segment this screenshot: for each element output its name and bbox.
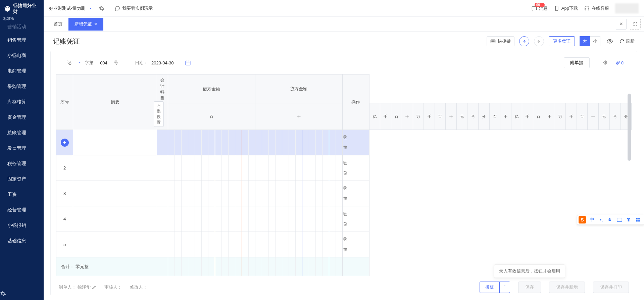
ime-toolbar[interactable]: S 中 •,	[577, 215, 644, 225]
credit-cell[interactable]	[255, 155, 342, 181]
size-small[interactable]: 小	[590, 36, 600, 46]
subject-cell[interactable]	[157, 130, 168, 155]
copy-row-icon[interactable]	[343, 186, 369, 191]
save-button: 保存 录入有效信息后，按钮才会启用	[518, 282, 541, 293]
voucher-number[interactable]: 004	[97, 60, 110, 65]
nav-item-assets[interactable]: 固定资产	[0, 171, 44, 187]
messages-button[interactable]: 99 + 消息	[531, 5, 548, 11]
ime-grid-icon[interactable]	[636, 217, 642, 222]
template-button[interactable]: 模板	[480, 282, 510, 293]
table-row[interactable]: 3	[56, 181, 632, 206]
voucher-date[interactable]: 2023-04-30	[151, 60, 182, 65]
table-row[interactable]: 5	[56, 232, 632, 257]
summary-cell[interactable]	[73, 206, 157, 232]
edit-icon[interactable]	[92, 285, 96, 290]
nav-item-tax[interactable]: 税务管理	[0, 156, 44, 171]
habit-settings-button[interactable]: 习惯设置	[154, 101, 164, 127]
more-vouchers-button[interactable]: 更多凭证	[549, 36, 575, 46]
close-tab-button[interactable]: ✕	[616, 19, 627, 30]
ime-keyboard-icon[interactable]	[617, 218, 624, 222]
copy-row-icon[interactable]	[343, 135, 369, 140]
debit-cell[interactable]	[168, 181, 255, 206]
summary-cell[interactable]	[73, 232, 157, 257]
attach-button[interactable]: 附单据	[564, 57, 590, 68]
subject-cell[interactable]	[157, 232, 168, 257]
table-row[interactable]: +	[56, 130, 632, 155]
org-selector[interactable]: 好业财测试-量勿删	[49, 5, 93, 11]
nav-item-sales[interactable]: 销售管理	[0, 33, 44, 48]
chevron-down-icon[interactable]	[78, 61, 82, 65]
nav-item-0[interactable]: 营销活动	[0, 23, 44, 33]
summary-cell[interactable]	[73, 181, 157, 206]
debit-cell[interactable]	[168, 232, 255, 257]
delete-row-icon[interactable]	[343, 221, 369, 227]
nav-item-operation[interactable]: 经营管理	[0, 202, 44, 218]
voucher-type[interactable]: 记	[64, 59, 74, 67]
nav-item-reimburse[interactable]: 小畅报销	[0, 218, 44, 233]
ime-mic-icon[interactable]	[607, 217, 614, 222]
delete-row-icon[interactable]	[343, 247, 369, 252]
prev-button[interactable]	[519, 36, 529, 46]
nav-item-salary[interactable]: 工资	[0, 187, 44, 202]
attachment-link[interactable]: 0	[615, 60, 624, 65]
chevron-down-icon[interactable]	[499, 282, 510, 293]
summary-input[interactable]	[73, 130, 157, 155]
nav-item-purchase[interactable]: 采购管理	[0, 79, 44, 94]
copy-row-icon[interactable]	[343, 237, 369, 242]
delete-row-icon[interactable]	[343, 170, 369, 176]
nav-item-basic[interactable]: 基础信息	[0, 233, 44, 249]
nav-item-inventory[interactable]: 库存核算	[0, 94, 44, 110]
calendar-icon[interactable]	[185, 60, 191, 66]
copy-row-icon[interactable]	[343, 160, 369, 165]
ime-punct-icon[interactable]: •,	[598, 217, 605, 222]
subject-cell[interactable]	[157, 206, 168, 232]
refresh-button[interactable]: 刷新	[619, 38, 635, 44]
nav-item-ecommerce-xc[interactable]: 小畅电商	[0, 48, 44, 63]
debit-cell[interactable]	[168, 130, 255, 155]
fullscreen-button[interactable]	[630, 19, 641, 30]
settings-icon[interactable]	[99, 5, 105, 11]
hao-label: 号	[114, 60, 118, 66]
service-button[interactable]: 在线客服	[584, 5, 609, 11]
credit-cell[interactable]	[255, 130, 342, 155]
table-row[interactable]: 2	[56, 155, 632, 181]
sidebar-settings[interactable]	[0, 287, 44, 300]
user-avatar[interactable]	[615, 3, 639, 13]
subject-cell[interactable]	[157, 181, 168, 206]
demo-link[interactable]: 我要看实例演示	[115, 5, 153, 11]
tab-home[interactable]: 首页	[48, 18, 68, 31]
nav-item-ecommerce[interactable]: 电商管理	[0, 63, 44, 79]
table-row[interactable]: 4	[56, 206, 632, 232]
debit-cell[interactable]	[168, 206, 255, 232]
add-row-button[interactable]: +	[61, 139, 69, 147]
total-credit	[255, 257, 342, 276]
delete-row-icon[interactable]	[343, 196, 369, 201]
size-big[interactable]: 大	[580, 36, 590, 46]
copy-row-icon[interactable]	[343, 211, 369, 216]
nav-item-ledger[interactable]: 总账管理	[0, 125, 44, 141]
scrollbar[interactable]	[628, 94, 631, 161]
next-button[interactable]	[534, 36, 544, 46]
svg-rect-13	[636, 218, 638, 219]
summary-cell[interactable]	[73, 155, 157, 181]
tabs: 首页 新增凭证 ✕ ✕	[44, 17, 644, 32]
digit-header: 万	[413, 103, 424, 130]
nav-item-funds[interactable]: 资金管理	[0, 110, 44, 125]
debit-cell[interactable]	[168, 155, 255, 181]
credit-cell[interactable]	[255, 181, 342, 206]
subject-cell[interactable]	[157, 155, 168, 181]
main: 好业财测试-量勿删 我要看实例演示 99 + 消息 App下载	[44, 0, 644, 300]
credit-cell[interactable]	[255, 206, 342, 232]
nav-item-invoice[interactable]: 发票管理	[0, 141, 44, 156]
close-icon[interactable]: ✕	[94, 22, 97, 27]
shortcut-button[interactable]: 快捷键	[487, 36, 514, 46]
ime-lang[interactable]: 中	[589, 217, 595, 223]
credit-cell[interactable]	[255, 232, 342, 257]
tab-new-voucher[interactable]: 新增凭证 ✕	[68, 18, 103, 31]
delete-row-icon[interactable]	[343, 145, 369, 150]
ops-cell	[342, 181, 369, 206]
download-button[interactable]: App下载	[554, 5, 578, 11]
summary-cell[interactable]	[73, 130, 157, 155]
view-button[interactable]	[605, 37, 614, 46]
ime-shirt-icon[interactable]	[626, 217, 633, 222]
